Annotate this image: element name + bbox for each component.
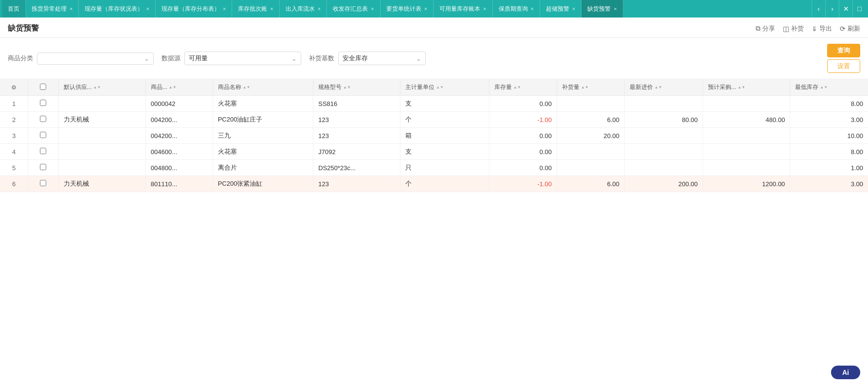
product-name-sort-icon: ▲▼ xyxy=(243,86,251,89)
tab-nav-prev[interactable]: ‹ xyxy=(812,0,825,18)
th-product-name[interactable]: 商品名称 ▲▼ xyxy=(213,79,313,96)
refresh-button[interactable]: ⟳ 刷新 xyxy=(840,24,860,33)
row-product-code: 004200... xyxy=(145,128,213,144)
row-checkbox-cell[interactable] xyxy=(28,112,58,128)
table-row: 5 004800... 离合片 DS250*23c... 只 0.00 1.00 xyxy=(0,160,868,176)
row-stock: 0.00 xyxy=(489,128,557,144)
row-product-code: 004600... xyxy=(145,144,213,160)
tab-nav-restore[interactable]: □ xyxy=(852,0,866,18)
tab-stock-status[interactable]: 现存量（库存状况表） × xyxy=(79,0,155,18)
row-number: 4 xyxy=(12,148,16,156)
row-checkbox[interactable] xyxy=(40,180,46,186)
export-icon: ⇓ xyxy=(812,25,817,33)
share-button[interactable]: ⧉ 分享 xyxy=(756,24,775,33)
row-checkbox-cell[interactable] xyxy=(28,96,58,112)
th-supplier[interactable]: 默认供应... ▲▼ xyxy=(58,79,145,96)
tab-requisition[interactable]: 要货单统计表 × xyxy=(380,0,434,18)
tab-summary[interactable]: 收发存汇总表 × xyxy=(327,0,380,18)
row-min-stock: 8.00 xyxy=(790,144,868,160)
datasource-select[interactable]: 可用量 ⌄ xyxy=(184,52,301,65)
filter-actions: 查询 设置 xyxy=(827,44,860,73)
tab-close-overstock[interactable]: × xyxy=(572,6,575,12)
tab-bar: 首页 拣货异常处理 × 现存量（库存状况表） × 现存量（库存分布表） × 库存… xyxy=(0,0,868,18)
datasource-label: 数据源 xyxy=(162,54,181,63)
row-stock: -1.00 xyxy=(489,176,557,192)
category-label: 商品分类 xyxy=(8,54,33,63)
tab-batch[interactable]: 库存批次账 × xyxy=(232,0,279,18)
th-settings[interactable]: ⚙ xyxy=(0,79,28,96)
tab-nav-next[interactable]: › xyxy=(825,0,839,18)
row-est-purchase: 480.00 xyxy=(703,112,790,128)
row-checkbox[interactable] xyxy=(40,148,46,154)
row-spec: SS816 xyxy=(313,96,400,112)
row-checkbox[interactable] xyxy=(40,100,46,106)
tab-home[interactable]: 首页 xyxy=(2,0,26,18)
tab-close-available[interactable]: × xyxy=(483,6,486,12)
page-header: 缺货预警 ⧉ 分享 ◫ 补货 ⇓ 导出 ⟳ 刷新 xyxy=(0,18,868,38)
share-icon: ⧉ xyxy=(756,24,760,33)
th-latest-price[interactable]: 最新进价 ▲▼ xyxy=(625,79,703,96)
replenish-button[interactable]: ◫ 补货 xyxy=(783,24,804,33)
row-stock: -1.00 xyxy=(489,112,557,128)
row-checkbox[interactable] xyxy=(40,116,46,122)
row-num-cell: 1 xyxy=(0,96,28,112)
tab-close-requisition[interactable]: × xyxy=(424,6,427,12)
page-title: 缺货预警 xyxy=(8,23,39,34)
category-select[interactable]: ⌄ xyxy=(37,53,154,65)
tab-close-flow[interactable]: × xyxy=(318,6,321,12)
row-checkbox[interactable] xyxy=(40,164,46,170)
tab-close-batch[interactable]: × xyxy=(270,6,273,12)
th-replenish[interactable]: 补货量 ▲▼ xyxy=(557,79,625,96)
row-stock: 0.00 xyxy=(489,144,557,160)
tab-stock-dist[interactable]: 现存量（库存分布表） × xyxy=(156,0,232,18)
tab-close-expiry[interactable]: × xyxy=(531,6,534,12)
tab-close-shortage[interactable]: × xyxy=(614,6,616,12)
th-unit[interactable]: 主计量单位 ▲▼ xyxy=(400,79,489,96)
supplier-sort-icon: ▲▼ xyxy=(93,86,101,89)
tab-available[interactable]: 可用量库存账本 × xyxy=(434,0,492,18)
header-actions: ⧉ 分享 ◫ 补货 ⇓ 导出 ⟳ 刷新 xyxy=(756,24,860,33)
tab-overstock[interactable]: 超储预警 × xyxy=(540,0,581,18)
tab-picking[interactable]: 拣货异常处理 × xyxy=(26,0,79,18)
row-est-purchase xyxy=(703,96,790,112)
min-stock-sort-icon: ▲▼ xyxy=(820,86,828,89)
tab-close-summary[interactable]: × xyxy=(371,6,374,12)
row-product-code: 004200... xyxy=(145,112,213,128)
select-all-checkbox[interactable] xyxy=(40,84,46,90)
th-est-purchase[interactable]: 预计采购... ▲▼ xyxy=(703,79,790,96)
ai-badge[interactable]: Ai xyxy=(831,366,860,379)
unit-sort-icon: ▲▼ xyxy=(436,86,444,89)
tab-close-picking[interactable]: × xyxy=(70,6,72,12)
row-replenish: 6.00 xyxy=(557,112,625,128)
tab-shortage[interactable]: 缺货预警 × xyxy=(581,0,623,18)
datasource-filter-group: 数据源 可用量 ⌄ xyxy=(162,52,301,65)
tab-flow[interactable]: 出入库流水 × xyxy=(280,0,327,18)
table-header-row: ⚙ 默认供应... ▲▼ 商品... ▲▼ xyxy=(0,79,868,96)
filter-bar: 商品分类 ⌄ 数据源 可用量 ⌄ 补货基数 安全库存 ⌄ 查询 设置 xyxy=(0,38,868,79)
settings-button[interactable]: 设置 xyxy=(827,59,860,73)
th-stock[interactable]: 库存量 ▲▼ xyxy=(489,79,557,96)
tab-close-stock-status[interactable]: × xyxy=(146,6,149,12)
row-checkbox-cell[interactable] xyxy=(28,128,58,144)
row-checkbox[interactable] xyxy=(40,132,46,138)
row-checkbox-cell[interactable] xyxy=(28,176,58,192)
th-checkbox xyxy=(28,79,58,96)
tab-close-stock-dist[interactable]: × xyxy=(223,6,226,12)
query-button[interactable]: 查询 xyxy=(827,44,860,57)
replenish-base-select[interactable]: 安全库存 ⌄ xyxy=(338,52,426,65)
th-product-code[interactable]: 商品... ▲▼ xyxy=(145,79,213,96)
row-number: 6 xyxy=(12,180,16,188)
table-row: 6 力天机械 801110... PC200张紧油缸 123 个 -1.00 6… xyxy=(0,176,868,192)
row-supplier xyxy=(58,96,145,112)
tab-nav-close[interactable]: ✕ xyxy=(839,0,852,18)
row-checkbox-cell[interactable] xyxy=(28,144,58,160)
th-spec[interactable]: 规格型号 ▲▼ xyxy=(313,79,400,96)
table-body: 1 0000042 火花塞 SS816 支 0.00 8.00 2 力天机械 0… xyxy=(0,96,868,192)
row-unit: 个 xyxy=(400,112,489,128)
row-checkbox-cell[interactable] xyxy=(28,160,58,176)
row-spec: 123 xyxy=(313,128,400,144)
tab-expiry[interactable]: 保质期查询 × xyxy=(493,0,540,18)
export-button[interactable]: ⇓ 导出 xyxy=(812,24,832,33)
row-num-cell: 5 xyxy=(0,160,28,176)
th-min-stock[interactable]: 最低库存 ▲▼ xyxy=(790,79,868,96)
